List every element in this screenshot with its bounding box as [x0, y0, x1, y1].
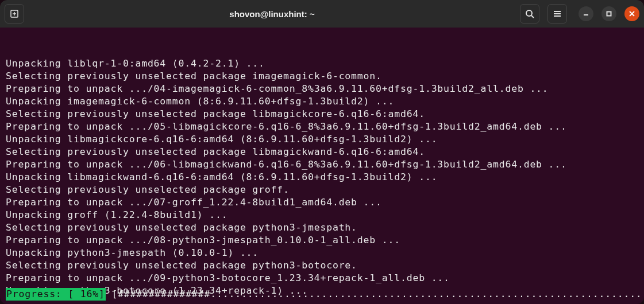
terminal-line: Unpacking libmagickwand-6.q16-6:amd64 (8… — [6, 171, 638, 184]
svg-point-3 — [526, 10, 532, 16]
terminal-line: Unpacking libmagickcore-6.q16-6:amd64 (8… — [6, 133, 638, 146]
menu-button[interactable] — [547, 4, 567, 24]
terminal-line: Unpacking python3-jmespath (0.10.0-1) ..… — [6, 247, 638, 259]
titlebar: shovon@linuxhint: ~ — [0, 0, 644, 28]
maximize-icon — [606, 11, 612, 17]
window-title: shovon@linuxhint: ~ — [24, 9, 520, 19]
terminal-line: Unpacking liblqr-1-0:amd64 (0.4.2-2.1) .… — [6, 57, 638, 70]
terminal-line: Preparing to unpack .../09-python3-botoc… — [6, 272, 638, 284]
terminal-output[interactable]: Unpacking liblqr-1-0:amd64 (0.4.2-2.1) .… — [0, 28, 644, 304]
terminal-line: Selecting previously unselected package … — [6, 146, 638, 158]
progress-bar: [###############........................… — [106, 288, 644, 301]
terminal-line: Unpacking groff (1.22.4-8build1) ... — [6, 209, 638, 221]
terminal-lines: Unpacking liblqr-1-0:amd64 (0.4.2-2.1) .… — [6, 57, 638, 297]
svg-rect-9 — [607, 12, 611, 16]
terminal-line: Selecting previously unselected package … — [6, 70, 638, 83]
close-button[interactable] — [624, 6, 639, 21]
terminal-line: Unpacking imagemagick-6-common (8:6.9.11… — [6, 95, 638, 108]
window-controls — [579, 6, 639, 21]
titlebar-left — [5, 4, 24, 24]
maximize-button[interactable] — [601, 6, 616, 21]
terminal-line: Selecting previously unselected package … — [6, 221, 638, 234]
terminal-line: Preparing to unpack .../08-python3-jmesp… — [6, 234, 638, 247]
minimize-button[interactable] — [579, 6, 593, 21]
new-tab-icon — [10, 9, 19, 18]
terminal-line: Preparing to unpack .../04-imagemagick-6… — [6, 83, 638, 95]
titlebar-right — [520, 4, 639, 24]
terminal-line: Selecting previously unselected package … — [6, 259, 638, 272]
minimize-icon — [583, 11, 589, 17]
progress-row: Progress: [ 16%] [###############.......… — [6, 288, 638, 301]
new-tab-button[interactable] — [5, 4, 24, 24]
terminal-line: Selecting previously unselected package … — [6, 108, 638, 120]
terminal-line: Preparing to unpack .../06-libmagickwand… — [6, 158, 638, 171]
search-icon — [525, 9, 534, 18]
search-button[interactable] — [520, 4, 539, 24]
terminal-line: Preparing to unpack .../05-libmagickcore… — [6, 120, 638, 133]
progress-label: Progress: [ 16%] — [6, 288, 106, 301]
terminal-line: Preparing to unpack .../07-groff_1.22.4-… — [6, 196, 638, 209]
hamburger-icon — [553, 9, 562, 18]
terminal-line: Selecting previously unselected package … — [6, 184, 638, 196]
svg-line-4 — [531, 15, 534, 18]
close-icon — [629, 11, 635, 17]
